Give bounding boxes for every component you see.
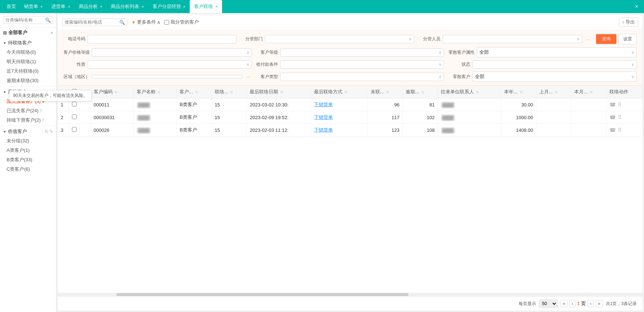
more-action-icon[interactable]: ⠿	[618, 127, 621, 133]
td-checkbox[interactable]	[69, 124, 80, 137]
search-icon[interactable]: 🔍	[119, 20, 125, 25]
th-last-way[interactable]: 最后联络方式 ⇅	[311, 86, 368, 98]
filter-price-grade-select[interactable]: ∨	[92, 48, 252, 57]
my-customers-check[interactable]	[164, 20, 169, 25]
sidebar-item-tomorrow[interactable]: 明天待联络(1)	[0, 57, 56, 66]
close-icon[interactable]: ×	[40, 4, 43, 9]
help-icon[interactable]: ?	[40, 109, 42, 113]
close-all-button[interactable]: ×	[632, 3, 641, 10]
settings-button[interactable]: 设置	[619, 34, 637, 44]
sidebar-item-overdue-contact[interactable]: 逾期未联络(30)	[0, 76, 56, 85]
td-last-way[interactable]: 下销货单	[311, 124, 368, 137]
filter-casual-select[interactable]: 全部 ∨	[472, 72, 637, 82]
table-container[interactable]: ⚙ 客户编码 ⇅ 客户名称 ⇅ 客户... ⇅	[58, 86, 643, 293]
th-this-year[interactable]: 本年... ⇅	[501, 86, 536, 98]
sidebar-all-customers[interactable]: ⊞ 全部客户 «	[0, 27, 56, 38]
th-this-month[interactable]: 本月... ⇅	[571, 86, 607, 98]
td-checkbox[interactable]	[69, 111, 80, 124]
filter-status-select[interactable]: ∨	[472, 60, 637, 69]
first-page-button[interactable]: «	[560, 300, 568, 307]
horizontal-scrollbar[interactable]	[58, 293, 643, 296]
more-action-icon[interactable]: ⠿	[618, 102, 621, 108]
sidebar-item-7days[interactable]: 近7天待联络(0)	[0, 66, 56, 76]
filter-customer-type-select[interactable]: ∨	[280, 73, 444, 81]
nav-tab-customer-tier[interactable]: 客户分层经营 ×	[148, 0, 190, 13]
nav-tab-purchase[interactable]: 进货单 ×	[47, 0, 74, 13]
th-last-date[interactable]: 最后联络日期 ⇅	[247, 86, 311, 98]
filter-dept-select[interactable]: ∨	[265, 35, 414, 43]
edit-icon[interactable]: ✎	[49, 129, 53, 134]
more-options-button[interactable]: ···	[245, 74, 252, 80]
nav-tab-customer-contact[interactable]: 客户联络 ×	[190, 0, 222, 13]
contact-icon[interactable]: ☎	[609, 102, 616, 108]
last-contact-way-link[interactable]: 下销货单	[314, 127, 333, 133]
last-page-button[interactable]: »	[595, 300, 603, 307]
th-last-month[interactable]: 上月... ⇅	[536, 86, 571, 98]
td-last-way[interactable]: 下销货单	[311, 111, 368, 124]
sidebar-group-value[interactable]: ▼ 价值客户 ↻ ✎	[0, 127, 56, 136]
more-options-button[interactable]: ···	[584, 36, 592, 42]
row-checkbox[interactable]	[72, 114, 77, 119]
th-overdue[interactable]: 逾期... ⇅	[403, 86, 438, 98]
sidebar-item-declining[interactable]: 持续下滑客户(2) ?	[0, 116, 56, 125]
more-conditions-button[interactable]: ▼ 更多条件 ∧	[131, 19, 161, 25]
export-button[interactable]: ↑ 导出	[619, 17, 639, 27]
sidebar-item-b-class[interactable]: B类客户(33)	[0, 155, 56, 165]
prev-page-button[interactable]: ‹	[569, 300, 576, 307]
th-unit-contact[interactable]: 往来单位联系人 ⇅	[438, 86, 501, 98]
th-code[interactable]: 客户编码 ⇅	[90, 86, 133, 98]
th-action: 联络动作	[607, 86, 643, 98]
filter-customer-grade-select[interactable]: ∨	[280, 48, 444, 57]
td-last-way[interactable]: 下销货单	[311, 98, 368, 111]
contact-icon[interactable]: ☎	[609, 114, 616, 120]
td-code: 00030031	[90, 111, 133, 124]
last-contact-way-link[interactable]: 下销货单	[314, 102, 333, 107]
contact-icon[interactable]: ☎	[609, 127, 616, 133]
collapse-icon[interactable]: «	[51, 30, 53, 35]
filter-payment-select[interactable]: ∨	[280, 60, 444, 69]
close-icon[interactable]: ×	[215, 4, 217, 9]
filter-phone-input[interactable]	[88, 35, 237, 44]
sidebar-item-a-class[interactable]: A类客户(1)	[0, 146, 56, 155]
search-icon[interactable]: 🔍	[45, 17, 51, 23]
nav-home[interactable]: 首页	[3, 3, 20, 10]
search-input[interactable]	[65, 20, 119, 25]
th-contact[interactable]: 联络... ⇅	[212, 86, 247, 98]
sidebar-item-ungroup[interactable]: 未分组(32)	[0, 136, 56, 146]
query-button[interactable]: 查询	[596, 34, 616, 44]
filter-nature-select[interactable]: ∨	[88, 60, 252, 69]
filter-region-select[interactable]	[92, 75, 242, 78]
close-icon[interactable]: ×	[100, 4, 102, 9]
close-icon[interactable]: ×	[141, 4, 144, 9]
th-no-contact[interactable]: 未联... ⇅	[367, 86, 403, 98]
close-icon[interactable]: ×	[68, 4, 70, 9]
td-grade: B类客户	[177, 111, 212, 124]
td-last-date: 2023-02-03 11:12:	[247, 124, 311, 137]
nav-tab-analysis-list[interactable]: 商品分析列表 ×	[106, 0, 148, 13]
last-contact-way-link[interactable]: 下销货单	[314, 114, 333, 120]
row-checkbox[interactable]	[72, 127, 77, 132]
filter-casual-attr-select[interactable]: 全部 ∨	[477, 47, 637, 57]
next-page-button[interactable]: ›	[587, 300, 594, 307]
tooltip-risk: 90天未交易的客户，可能有流失风险。	[9, 90, 56, 101]
refresh-icon[interactable]: ↻	[45, 129, 48, 134]
scrollbar-thumb[interactable]	[116, 293, 409, 296]
close-icon[interactable]: ×	[183, 4, 185, 9]
more-action-icon[interactable]: ⠿	[618, 114, 621, 120]
chevron-down-icon: ∨	[577, 37, 580, 41]
th-name[interactable]: 客户名称 ⇅	[133, 86, 176, 98]
chevron-down-icon: ∨	[631, 74, 634, 79]
page-size-select[interactable]: 50 100	[539, 300, 558, 308]
sort-icon: ⇅	[114, 90, 117, 94]
sidebar-item-churned[interactable]: 已流失客户(24) ?	[0, 106, 56, 116]
help-icon[interactable]: ?	[42, 118, 44, 122]
nav-tab-analysis[interactable]: 商品分析 ×	[75, 0, 106, 13]
sidebar-group-pending[interactable]: ▼ 待联络客户	[0, 38, 56, 48]
filter-person-select[interactable]: ∨	[443, 35, 583, 43]
row-checkbox[interactable]	[72, 102, 77, 106]
th-grade[interactable]: 客户... ⇅	[177, 86, 212, 98]
sidebar-item-c-class[interactable]: C类客户(6)	[0, 165, 56, 174]
sidebar-item-today[interactable]: 今天待联络(0)	[0, 48, 56, 57]
my-customers-checkbox[interactable]: 我分管的客户	[164, 19, 199, 25]
nav-tab-sales[interactable]: 销货单 ×	[20, 0, 47, 13]
